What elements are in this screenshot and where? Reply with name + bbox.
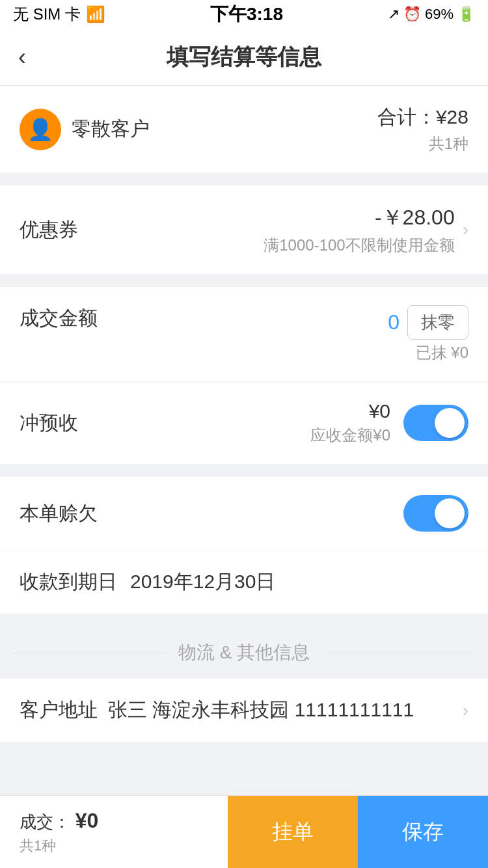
battery-level: 69%	[425, 6, 454, 23]
credit-toggle[interactable]	[403, 495, 468, 532]
customer-avatar: 👤	[20, 109, 61, 150]
divider-2	[0, 274, 488, 287]
due-date-section: 收款到期日 2019年12月30日	[0, 550, 488, 614]
address-section: 客户地址 张三 海淀永丰科技园 11111111111 ›	[0, 679, 488, 742]
customer-right: 合计：¥28 共1种	[377, 104, 468, 154]
status-time: 下午3:18	[210, 2, 283, 27]
due-date-label: 收款到期日	[20, 569, 117, 595]
logistics-line-left	[13, 653, 165, 653]
coupon-section: 优惠券 -￥28.00 满1000-100不限制使用金额 ›	[0, 185, 488, 274]
logistics-line-right	[323, 653, 475, 653]
divider-4	[0, 614, 488, 627]
credit-row: 本单赊欠	[0, 477, 488, 550]
hang-button[interactable]: 挂单	[228, 796, 358, 869]
status-bar: 无 SIM 卡 📶 下午3:18 ↗ ⏰ 69% 🔋	[0, 0, 488, 29]
location-icon: ↗	[388, 6, 400, 23]
status-right: ↗ ⏰ 69% 🔋	[388, 6, 475, 23]
coupon-sub: 满1000-100不限制使用金额	[264, 235, 454, 256]
prepay-toggle[interactable]	[403, 405, 468, 441]
coupon-discount: -￥28.00	[264, 204, 454, 232]
divider-1	[0, 172, 488, 185]
coupon-label: 优惠券	[20, 217, 78, 243]
prepay-value: ¥0	[310, 400, 390, 422]
transaction-row: 成交金额 0 抹零 已抹 ¥0	[0, 287, 488, 381]
back-button[interactable]: ‹	[18, 44, 26, 71]
wifi-icon: 📶	[86, 5, 105, 23]
toggle-knob	[435, 408, 465, 438]
due-date-value: 2019年12月30日	[130, 569, 275, 595]
coupon-row[interactable]: 优惠券 -￥28.00 满1000-100不限制使用金额 ›	[0, 185, 488, 274]
status-left: 无 SIM 卡 📶	[13, 4, 105, 25]
coupon-right: -￥28.00 满1000-100不限制使用金额 ›	[264, 204, 468, 256]
credit-label: 本单赊欠	[20, 500, 98, 527]
transaction-value: 0	[388, 310, 400, 334]
address-label: 客户地址	[20, 697, 98, 724]
customer-total: 合计：¥28	[377, 104, 468, 131]
address-chevron: ›	[463, 700, 468, 721]
logistics-title: 物流 & 其他信息	[178, 640, 310, 665]
bottom-transaction-line: 成交： ¥0	[20, 809, 208, 834]
customer-left: 👤 零散客户	[20, 109, 150, 150]
customer-name: 零散客户	[72, 116, 150, 142]
logistics-header: 物流 & 其他信息	[0, 627, 488, 679]
coupon-chevron: ›	[463, 219, 468, 240]
avatar-icon: 👤	[27, 117, 53, 142]
credit-section: 本单赊欠 收款到期日 2019年12月30日	[0, 477, 488, 614]
alarm-icon: ⏰	[403, 6, 421, 23]
round-zero-button[interactable]: 抹零	[407, 305, 468, 340]
bottom-transaction-value: ¥0	[75, 809, 99, 832]
prepay-sub: 应收金额¥0	[310, 425, 390, 446]
address-value: 张三 海淀永丰科技园 11111111111	[98, 697, 463, 724]
prepay-right: ¥0 应收金额¥0	[310, 400, 468, 446]
customer-section: 👤 零散客户 合计：¥28 共1种	[0, 86, 488, 172]
customer-count: 共1种	[377, 133, 468, 154]
divider-3	[0, 464, 488, 477]
transaction-right: 0 抹零 已抹 ¥0	[388, 305, 468, 363]
bottom-transaction-label: 成交：	[20, 812, 70, 832]
transaction-sub: 已抹 ¥0	[416, 342, 468, 363]
prepay-label: 冲预收	[20, 410, 78, 437]
bottom-info: 成交： ¥0 共1种	[0, 809, 228, 856]
content: 👤 零散客户 合计：¥28 共1种 优惠券 -￥28.00 满1000-100不…	[0, 86, 488, 868]
amount-section: 成交金额 0 抹零 已抹 ¥0 冲预收 ¥0 应收金额¥0	[0, 287, 488, 464]
save-button[interactable]: 保存	[358, 796, 488, 869]
address-row[interactable]: 客户地址 张三 海淀永丰科技园 11111111111 ›	[0, 679, 488, 742]
prepay-values: ¥0 应收金额¥0	[310, 400, 390, 446]
bottom-bar: 成交： ¥0 共1种 挂单 保存	[0, 795, 488, 868]
nav-bar: ‹ 填写结算等信息	[0, 29, 488, 86]
carrier-text: 无 SIM 卡	[13, 4, 81, 25]
transaction-label: 成交金额	[20, 305, 98, 332]
prepay-row: 冲预收 ¥0 应收金额¥0	[0, 381, 488, 464]
credit-toggle-knob	[435, 498, 465, 528]
due-date-row: 收款到期日 2019年12月30日	[0, 550, 488, 614]
transaction-top: 0 抹零	[388, 305, 468, 340]
page-title: 填写结算等信息	[167, 42, 321, 72]
bottom-count: 共1种	[20, 836, 208, 856]
battery-icon: 🔋	[457, 6, 475, 23]
